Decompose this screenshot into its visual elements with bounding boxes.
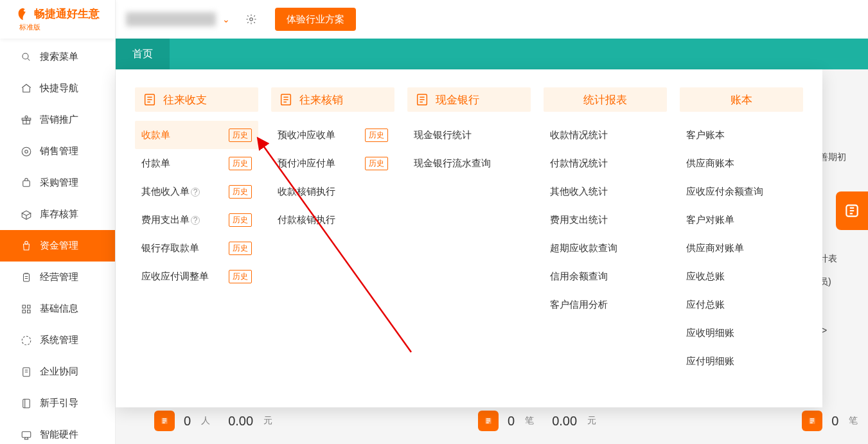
sidebar-item-label: 营销推广: [40, 114, 78, 126]
tab-home[interactable]: 首页: [116, 39, 170, 69]
mega-item[interactable]: 银行存取款单历史: [135, 234, 258, 262]
sidebar-item-box[interactable]: 库存核算: [0, 199, 115, 230]
float-action-button[interactable]: [836, 191, 868, 230]
stat-unit: 人: [201, 415, 210, 427]
mega-item-label: 应收明细账: [686, 327, 734, 339]
history-tag[interactable]: 历史: [229, 185, 252, 199]
mega-item[interactable]: 预收冲应收单历史: [271, 121, 394, 149]
mega-item-label: 银行存取款单: [141, 242, 199, 254]
mega-item[interactable]: 供应商账本: [680, 149, 803, 177]
history-tag[interactable]: 历史: [229, 213, 252, 227]
mega-column: 统计报表收款情况统计付款情况统计其他收入统计费用支出统计超期应收款查询信用余额查…: [544, 87, 667, 375]
org-selector[interactable]: ⌄: [126, 12, 230, 26]
history-tag[interactable]: 历史: [229, 157, 252, 170]
mega-item-label: 收款核销执行: [278, 186, 335, 198]
help-icon[interactable]: ?: [191, 188, 200, 197]
mega-item[interactable]: 付款情况统计: [544, 149, 667, 177]
mega-item[interactable]: 应收总账: [680, 262, 803, 290]
sidebar-item-team[interactable]: 企业协同: [0, 356, 115, 387]
sidebar-item-home[interactable]: 快捷导航: [0, 73, 115, 104]
mega-item[interactable]: 收款核销执行: [271, 177, 394, 206]
sidebar-item-label: 经营管理: [40, 271, 78, 283]
sidebar-item-label: 基础信息: [40, 303, 78, 315]
industry-plan-button[interactable]: 体验行业方案: [275, 8, 356, 31]
mega-item[interactable]: 客户账本: [680, 121, 803, 149]
mega-item[interactable]: 应收明细账: [680, 319, 803, 347]
mega-item-label: 应付明细账: [686, 355, 734, 368]
help-icon[interactable]: ?: [191, 216, 200, 225]
mega-item[interactable]: 费用支出统计: [544, 206, 667, 234]
mega-item-label: 预收冲应收单: [278, 129, 335, 141]
mega-item[interactable]: 应收应付调整单历史: [135, 262, 258, 290]
mega-item[interactable]: 预付冲应付单历史: [271, 149, 394, 177]
mega-item[interactable]: 收款情况统计: [544, 121, 667, 149]
mega-item[interactable]: 应付总账: [680, 290, 803, 319]
sidebar-item-search[interactable]: 搜索菜单: [0, 41, 115, 73]
history-tag[interactable]: 历史: [229, 242, 252, 255]
sidebar-item-bag[interactable]: 资金管理: [0, 230, 115, 262]
sidebar-item-grid[interactable]: 基础信息: [0, 293, 115, 324]
mega-item[interactable]: 信用余额查询: [544, 262, 667, 290]
sys-icon: [21, 335, 32, 346]
mega-item-label: 应收总账: [686, 271, 725, 283]
mega-column-header: 现金银行: [407, 87, 531, 112]
mega-column-title: 往来核销: [299, 93, 343, 107]
sidebar-item-cart[interactable]: 采购管理: [0, 167, 115, 199]
mega-item[interactable]: 其他收入单?历史: [135, 177, 258, 206]
mega-item[interactable]: 付款核销执行: [271, 206, 394, 234]
sidebar-item-sys[interactable]: 系统管理: [0, 324, 115, 356]
mega-item[interactable]: 供应商对账单: [680, 234, 803, 262]
sidebar-item-gift[interactable]: 营销推广: [0, 104, 115, 136]
history-tag[interactable]: 历史: [365, 129, 388, 142]
tv-icon: [21, 429, 32, 441]
svg-point-13: [22, 336, 31, 345]
mega-item[interactable]: 应付明细账: [680, 347, 803, 375]
doc-icon: [415, 93, 429, 107]
brand-mark-icon: [16, 7, 30, 21]
mega-item[interactable]: 应收应付余额查询: [680, 177, 803, 206]
stat-card: 0笔 0.00元: [802, 411, 868, 431]
sidebar-item-tv[interactable]: 智能硬件: [0, 419, 115, 444]
stat-icon: [802, 411, 822, 431]
sidebar-item-tag[interactable]: 销售管理: [0, 136, 115, 167]
mega-item-label: 付款单: [141, 157, 170, 170]
mega-item[interactable]: 费用支出单?历史: [135, 206, 258, 234]
mega-item-label: 客户信用分析: [550, 299, 608, 311]
mega-column: 现金银行现金银行统计现金银行流水查询: [407, 87, 531, 375]
mega-column-title: 账本: [731, 93, 752, 107]
stat-card: 0笔 0.00元: [478, 411, 596, 431]
stat-value: 0: [184, 414, 191, 429]
mega-menu: 往来收支收款单历史付款单历史其他收入单?历史费用支出单?历史银行存取款单历史应收…: [116, 69, 822, 407]
mega-item[interactable]: 付款单历史: [135, 149, 258, 177]
sidebar-item-label: 快捷导航: [40, 82, 78, 94]
gear-icon[interactable]: [245, 13, 257, 25]
svg-point-7: [25, 241, 28, 244]
mega-item-label: 客户对账单: [686, 214, 734, 226]
mega-item[interactable]: 现金银行统计: [407, 121, 531, 149]
mega-item[interactable]: 收款单历史: [135, 121, 258, 149]
mega-column-header: 账本: [680, 87, 803, 112]
mega-item-label: 超期应收款查询: [550, 242, 617, 254]
mega-item[interactable]: 其他收入统计: [544, 177, 667, 206]
sidebar-item-book[interactable]: 新手引导: [0, 387, 115, 419]
mega-item-label: 收款单: [141, 129, 170, 141]
mega-item[interactable]: 现金银行流水查询: [407, 149, 531, 177]
svg-point-4: [22, 147, 31, 156]
history-tag[interactable]: 历史: [229, 129, 252, 142]
svg-rect-12: [28, 310, 31, 313]
svg-rect-10: [28, 305, 31, 308]
mega-item[interactable]: 客户信用分析: [544, 290, 667, 319]
svg-rect-6: [23, 181, 30, 186]
mega-item[interactable]: 客户对账单: [680, 206, 803, 234]
history-tag[interactable]: 历史: [229, 270, 252, 283]
doc-icon: [143, 93, 157, 107]
chevron-down-icon: ⌄: [222, 14, 230, 24]
sidebar-item-label: 采购管理: [40, 177, 78, 189]
mega-item[interactable]: 超期应收款查询: [544, 234, 667, 262]
mega-item-label: 付款核销执行: [278, 214, 335, 226]
sidebar-item-clip[interactable]: 经营管理: [0, 262, 115, 293]
search-icon: [21, 51, 32, 63]
history-tag[interactable]: 历史: [365, 157, 388, 170]
svg-point-17: [250, 18, 253, 21]
sidebar-item-label: 库存核算: [40, 208, 78, 220]
